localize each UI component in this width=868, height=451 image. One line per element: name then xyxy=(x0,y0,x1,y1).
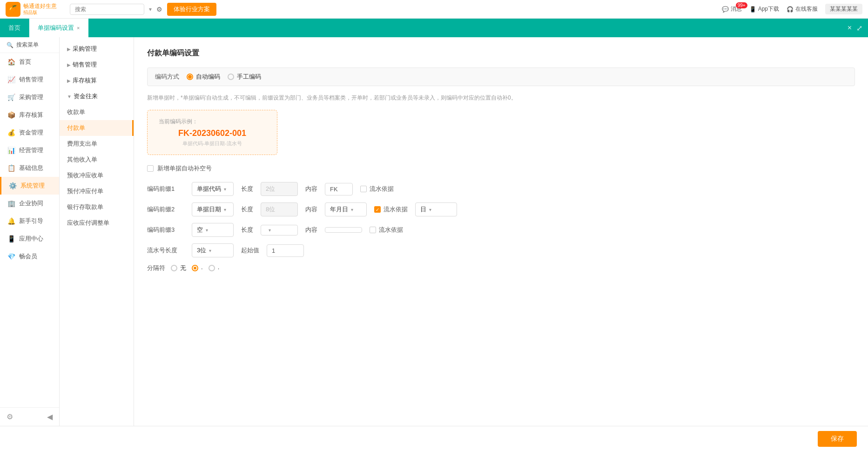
sub-group-sales[interactable]: ▶ 销售管理 xyxy=(60,57,134,73)
sidebar-item-system[interactable]: ⚙️ 系统管理 xyxy=(0,177,59,195)
encode-radio-group: 自动编码 手工编码 xyxy=(187,73,261,81)
save-button[interactable]: 保存 xyxy=(818,431,857,447)
sep-dash-circle xyxy=(209,265,215,271)
start-value-input[interactable]: 1 xyxy=(267,244,304,257)
navtabs: 首页 单据编码设置 × × ⤢ xyxy=(0,19,868,37)
inventory-icon: 📦 xyxy=(7,111,15,119)
sub-item-receipt[interactable]: 收款单 xyxy=(60,104,134,120)
arrow-down-icon: ▼ xyxy=(67,94,72,99)
stream2-checkbox[interactable]: ✓ 流水依据 xyxy=(374,205,408,214)
prefix2-select[interactable]: 单据日期 ▾ xyxy=(192,202,234,216)
settings-bottom-icon[interactable]: ⚙ xyxy=(7,412,13,421)
date-unit-select[interactable]: 日 ▾ xyxy=(415,202,457,216)
sidebar-item-inventory[interactable]: 📦 库存核算 xyxy=(0,106,59,124)
sidebar-item-guide[interactable]: 🔔 新手引导 xyxy=(0,212,59,230)
content-inner: 付款单编码设置 编码方式 自动编码 手工编码 新增单据时，*单据编码'自动生成，… xyxy=(134,37,868,426)
purchase-icon: 🛒 xyxy=(7,94,15,101)
sidebar-item-apps[interactable]: 📱 应用中心 xyxy=(0,230,59,248)
content2-select[interactable]: 年月日 ▾ xyxy=(325,202,367,216)
content3-label: 内容 xyxy=(305,226,317,234)
tab-home[interactable]: 首页 xyxy=(0,19,29,37)
sep-dash-radio[interactable]: · xyxy=(209,265,220,272)
logo-text: 畅通道好生意 招品版 xyxy=(23,3,57,15)
member-icon: 💎 xyxy=(7,253,15,260)
length1-input: 2位 xyxy=(261,182,298,196)
page-title: 付款单编码设置 xyxy=(147,48,855,58)
auto-encode-radio[interactable]: 自动编码 xyxy=(187,73,220,81)
search-input[interactable] xyxy=(70,4,144,15)
user-menu[interactable]: 某某某某某 xyxy=(825,4,862,14)
sidebar-item-finance[interactable]: 💰 资金管理 xyxy=(0,124,59,141)
prefix1-select[interactable]: 单据代码 ▾ xyxy=(192,182,234,196)
manual-encode-radio[interactable]: 手工编码 xyxy=(228,73,261,81)
prefix3-row: 编码前缀3 空 ▾ 长度 ▾ 内容 流水依据 xyxy=(147,223,855,237)
prefix1-arrow-icon: ▾ xyxy=(224,187,226,192)
stream1-checkbox[interactable]: 流水依据 xyxy=(360,185,394,193)
sidebar-item-base[interactable]: 📋 基础信息 xyxy=(0,159,59,177)
close-window-icon[interactable]: × xyxy=(848,24,852,32)
length3-select[interactable]: ▾ xyxy=(261,225,298,236)
sub-item-pre-payable[interactable]: 预付冲应付单 xyxy=(60,183,134,199)
content2-label: 内容 xyxy=(305,205,317,214)
topbar-right: 💬 消息 99+ 📱 App下载 🎧 在线客服 某某某某某 xyxy=(722,4,862,14)
sub-group-capital[interactable]: ▼ 资金往来 xyxy=(60,88,134,104)
prefix3-label: 编码前缀3 xyxy=(147,226,184,234)
finance-icon: 💰 xyxy=(7,129,15,136)
prefix1-row: 编码前缀1 单据代码 ▾ 长度 2位 内容 FK 流水依据 xyxy=(147,182,855,196)
sub-group-purchase[interactable]: ▶ 采购管理 xyxy=(60,41,134,57)
tab-close-icon[interactable]: × xyxy=(77,25,80,31)
maximize-icon[interactable]: ⤢ xyxy=(856,24,862,33)
sidebar-item-home[interactable]: 🏠 首页 xyxy=(0,53,59,71)
sidebar-item-purchase[interactable]: 🛒 采购管理 xyxy=(0,88,59,106)
sidebar-search[interactable]: 🔍 搜索菜单 xyxy=(0,37,59,53)
encode-method-label: 编码方式 xyxy=(155,73,179,81)
tab-settings[interactable]: 单据编码设置 × xyxy=(29,19,88,37)
apps-icon: 📱 xyxy=(7,235,15,242)
serial-length-label: 流水号长度 xyxy=(147,246,184,255)
dropdown-arrow-icon[interactable]: ▾ xyxy=(149,6,152,13)
content3-input[interactable] xyxy=(325,227,362,233)
sidebar-bottom: ⚙ ◀ xyxy=(0,407,59,426)
sidebar-item-enterprise[interactable]: 🏢 企业协同 xyxy=(0,195,59,212)
app-download-button[interactable]: 📱 App下载 xyxy=(749,5,779,13)
sub-item-adjustment[interactable]: 应收应付调整单 xyxy=(60,215,134,231)
logo: 🍊 畅通道好生意 招品版 xyxy=(6,2,65,17)
sidebar-item-sales[interactable]: 📈 销售管理 xyxy=(0,71,59,88)
sub-item-bank[interactable]: 银行存取款单 xyxy=(60,199,134,215)
operations-icon: 📊 xyxy=(7,147,15,154)
sub-group-inventory[interactable]: ▶ 库存核算 xyxy=(60,73,134,88)
sub-item-expense[interactable]: 费用支出单 xyxy=(60,136,134,152)
message-icon: 💬 xyxy=(722,6,729,13)
sep-dot-circle xyxy=(192,265,198,271)
message-button[interactable]: 💬 消息 99+ xyxy=(722,5,742,13)
sub-item-pre-receivable[interactable]: 预收冲应收单 xyxy=(60,168,134,183)
code-preview-sub: 单据代码-单据日期-流水号 xyxy=(159,140,266,147)
auto-fill-checkbox[interactable] xyxy=(147,165,154,172)
online-service-button[interactable]: 🎧 在线客服 xyxy=(787,5,818,13)
sep-none-radio[interactable]: 无 xyxy=(171,264,186,272)
sidebar-item-operations[interactable]: 📊 经营管理 xyxy=(0,141,59,159)
sub-item-payment[interactable]: 付款单 xyxy=(60,120,134,136)
base-icon: 📋 xyxy=(7,164,15,172)
gear-icon[interactable]: ⚙ xyxy=(156,6,162,13)
sidebar: 🔍 搜索菜单 🏠 首页 📈 销售管理 🛒 采购管理 📦 库存核算 💰 资金管理 … xyxy=(0,37,60,426)
sep-dot-radio[interactable]: · xyxy=(192,265,203,272)
service-icon: 🎧 xyxy=(787,6,794,13)
arrow-icon: ▶ xyxy=(67,78,71,83)
save-bar: 保存 xyxy=(0,426,868,451)
date-unit-arrow-icon: ▾ xyxy=(429,207,431,212)
collapse-icon[interactable]: ◀ xyxy=(47,412,53,421)
serial-length-select[interactable]: 3位 ▾ xyxy=(192,243,234,257)
trial-button[interactable]: 体验行业方案 xyxy=(167,3,216,16)
system-icon: ⚙️ xyxy=(9,182,17,189)
prefix3-select[interactable]: 空 ▾ xyxy=(192,223,234,237)
start-value-label: 起始值 xyxy=(241,246,259,255)
sidebar-item-member[interactable]: 💎 畅会员 xyxy=(0,248,59,265)
search-icon: 🔍 xyxy=(7,42,13,48)
stream3-checkbox[interactable]: 流水依据 xyxy=(370,226,403,234)
code-preview-label: 当前编码示例： xyxy=(159,118,266,126)
prefix3-arrow-icon: ▾ xyxy=(206,228,208,233)
content1-input[interactable]: FK xyxy=(325,183,353,195)
manual-encode-radio-circle xyxy=(228,74,234,80)
sub-item-other-income[interactable]: 其他收入单 xyxy=(60,152,134,168)
